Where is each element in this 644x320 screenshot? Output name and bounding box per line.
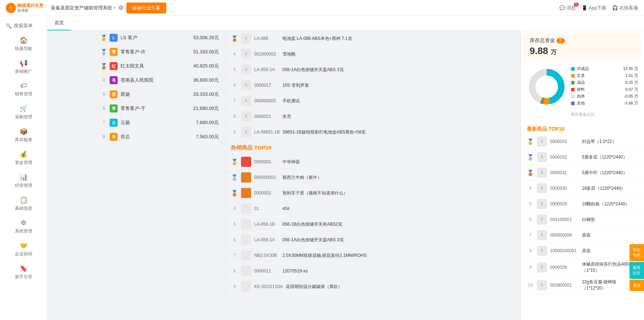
top-product-item[interactable]: 9 6 LA-59651-1B 59651-1B旋转投影灯电池盒ABS黑色+58… (225, 124, 520, 140)
hot-product-item[interactable]: 🥈 000500001 新西兰牛肉（新牛） (225, 170, 520, 185)
rank-num: 8 (231, 268, 238, 274)
rank-icon: 🥉 (527, 169, 534, 176)
collab-icon: 🤝 (20, 242, 28, 250)
top-product-item[interactable]: 🥉 6 LA-089 电池盖 LA-089 ABS本色+黑种 7.1克 (225, 31, 520, 46)
inventory-value-row: 9.88 万 (530, 45, 635, 57)
hot-product-item[interactable]: 6 LA-056-1A 056-1A白色按键开关盖ABS 3克 (225, 232, 520, 248)
rank-num: 7 (100, 120, 107, 125)
customer-amount: 7,563.00元 (196, 134, 219, 140)
new-product-item[interactable]: 7 6 000800008 原壶 (521, 227, 644, 243)
rank-num: 9 (527, 265, 534, 270)
notification-badge: 6 (574, 3, 579, 7)
top-product-item[interactable]: 7 6 000800005 手机测试 (225, 93, 520, 109)
sidebar-item-finance[interactable]: 💰 资金管理 (0, 147, 47, 169)
top-product-item[interactable]: 8 6 0000021 夹壳 (225, 109, 520, 124)
rank-icon: 🥇 (527, 138, 534, 145)
search-menu-label: 搜索菜单 (14, 22, 33, 29)
product-code: 0000032 (550, 155, 579, 160)
sidebar-item-basic[interactable]: 📋 基础信息 (0, 192, 47, 215)
new-product-item[interactable]: 🥉 6 0000031 5厘中纤（1220*2440） (521, 165, 644, 181)
chart-footer: 库存资金占比 (521, 110, 644, 120)
tab-home-label: 首页 (54, 20, 64, 25)
new-product-item[interactable]: 6 6 004100001 白钢垫 (521, 212, 644, 227)
legend-dot-wenju (571, 74, 575, 78)
sidebar-item-collab[interactable]: 🤝 企业协同 (0, 238, 47, 261)
settings-icon[interactable]: ⚙ (118, 4, 123, 11)
sidebar-item-ops[interactable]: 📊 经营管理 (0, 169, 47, 192)
rank-icon: 🥉 (231, 35, 238, 42)
app-dl-label: App下载 (588, 5, 606, 11)
hot-product-item[interactable]: 4 01 45# (225, 201, 520, 217)
new-product-item[interactable]: 5 6 0000029 18颗粒板（1220*2440） (521, 196, 644, 212)
system-selector[interactable]: 装备及固定资产辅助管理系统 ▾ (51, 5, 115, 11)
new-product-item[interactable]: 8 6 10000100001 原壶 (521, 243, 644, 259)
customer-list-item[interactable]: 🥇 L LS 客户 53,006.26元 (94, 31, 225, 45)
new-product-item[interactable]: 🥇 6 0000033 封边带（1.0*22） (521, 134, 644, 149)
online-cs-button[interactable]: 🎧 在线客服 (612, 5, 638, 11)
rank-num: 4 (231, 52, 238, 57)
sidebar-item-quick-nav[interactable]: 🏠 快捷导航 (0, 33, 47, 56)
hot-product-item[interactable]: 🥉 0000002 智利车子里（规格不知道填什么） (225, 185, 520, 201)
layout: 🔍 搜索菜单 🏠 快捷导航 📢 营销推广 🏷 销售管理 🛒 采购管理 📦 库存核… (0, 0, 644, 320)
float-btn-service[interactable]: 服务社区 (629, 262, 644, 279)
product-thumb: 6 (537, 136, 547, 147)
sidebar-item-label: 采购管理 (15, 114, 32, 120)
trial-button[interactable]: 体验行业方案 (126, 3, 166, 13)
new-product-item[interactable]: 10 6 003800001 22g鱼豆腐·烧烤味（1*12*20） (521, 276, 644, 294)
top-product-item[interactable]: 6 6 0000017 10S 变利罗浆 (225, 78, 520, 93)
inventory-icon: 📦 (20, 127, 28, 135)
legend-dot-chengpin (571, 81, 575, 85)
notification-button[interactable]: 💬 消息 6 (559, 5, 576, 11)
sidebar-item-sales[interactable]: 🏷 销售管理 (0, 78, 47, 101)
product-thumb (241, 172, 251, 182)
customer-list-item[interactable]: 7 云 云扬 7,680.00元 (94, 116, 225, 130)
new-product-item[interactable]: 9 6 0000028 体械蔗枝味苏打饮品400毫升（1*15） (521, 259, 644, 276)
customer-list-item[interactable]: 🥈 零 零售客户-许 51,183.00元 (94, 45, 225, 59)
float-btn-live[interactable]: 直播 (629, 280, 644, 291)
hot-product-item[interactable]: 9 KK-SD22110H 花语萌恒温分罐罐袋（厚款） (225, 279, 520, 295)
new-products-header: 最新商品 TOP10 (521, 123, 644, 134)
customer-list-item[interactable]: 4 苍 苍南县人民医院 36,600.00元 (94, 73, 225, 87)
product-code: 000800008 (550, 233, 579, 238)
customer-list-item[interactable]: 5 星 星扬 33,333.00元 (94, 87, 225, 102)
float-btn-service-label: 服务社区 (633, 265, 641, 275)
right-panel: 库存总资金 万 9.88 万 (521, 31, 644, 320)
hot-product-item[interactable]: 7 NB2.0X30B 2.0X30MM双搓花轴,搓花直径2.1MM/ROHS (225, 248, 520, 263)
middle-panel: 🥇 L LS 客户 53,006.26元 🥈 零 零售客户-许 51,183.0… (94, 31, 521, 320)
ops-icon: 📊 (20, 173, 28, 181)
customer-list-item[interactable]: 8 肖 肖总 7,563.00元 (94, 130, 225, 144)
rank-num: 7 (231, 253, 238, 258)
app-download-button[interactable]: 📱 App下载 (582, 5, 606, 11)
customer-avatar: 云 (110, 119, 118, 127)
sidebar-item-inventory[interactable]: 📦 库存核算 (0, 124, 47, 147)
header-right: 💬 消息 6 📱 App下载 🎧 在线客服 (559, 5, 638, 11)
customer-avatar: 零 (110, 48, 118, 56)
customer-list-item[interactable]: 6 零 零售客户-于 21,680.00元 (94, 102, 225, 116)
search-menu-item[interactable]: 🔍 搜索菜单 (0, 19, 47, 33)
float-btn-cs[interactable]: 客服热线 (629, 244, 644, 261)
customer-avatar: 零 (110, 104, 118, 112)
sidebar-item-marketing[interactable]: 📢 营销推广 (0, 56, 47, 78)
sidebar-item-guide[interactable]: 🔖 新手引导 (0, 261, 47, 284)
customer-list: 🥇 L LS 客户 53,006.26元 🥈 零 零售客户-许 51,183.0… (94, 31, 225, 144)
customer-amount: 51,183.00元 (193, 49, 219, 55)
hot-product-item[interactable]: 🥇 0000001 中华神器 (225, 154, 520, 170)
new-product-item[interactable]: 🥈 6 0000032 5厘多层（1220*2440） (521, 149, 644, 165)
notification-icon: 💬 (559, 5, 565, 11)
top-product-item[interactable]: 5 6 LA-056-1A 056-1A白色按键开关盖ABS 3克 (225, 62, 520, 78)
product-code: LA-59651-1B (254, 130, 280, 135)
customer-name: LS 客户 (121, 34, 193, 41)
brand-icon: Ai (6, 3, 16, 13)
product-name: 45# (282, 206, 514, 211)
hot-product-item[interactable]: 5 LA-056-1B 056-1B白色按键开关夹ABS2克 (225, 217, 520, 232)
sidebar-item-purchase[interactable]: 🛒 采购管理 (0, 101, 47, 124)
tab-home[interactable]: 首页 (47, 16, 71, 30)
new-product-item[interactable]: 4 6 0000030 18多层（1220*2440） (521, 181, 644, 196)
top-product-item[interactable]: 4 6 001000002 雪地靴 (225, 46, 520, 62)
inventory-unit: 万 (551, 49, 557, 55)
customer-list-item[interactable]: 🥉 红 红太阳文具 40,925.00元 (94, 59, 225, 73)
sidebar-item-system[interactable]: ⚙ 系统管理 (0, 215, 47, 238)
hot-product-item[interactable]: 8 0000011 12070519-xs (225, 263, 520, 279)
customer-name: 星扬 (121, 91, 193, 98)
product-thumb: 6 (241, 80, 251, 90)
